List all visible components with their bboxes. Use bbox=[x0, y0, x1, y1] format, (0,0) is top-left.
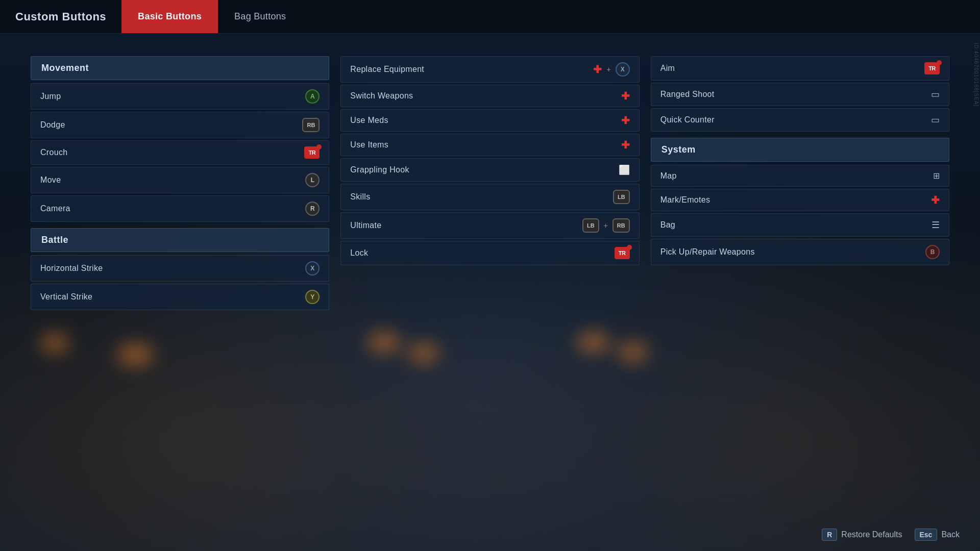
quick-counter-label: Quick Counter bbox=[660, 115, 715, 124]
badge-x: X bbox=[305, 261, 320, 276]
system-column: Aim TR Ranged Shoot ▭ Quick Counter ▭ Sy… bbox=[651, 56, 949, 265]
use-meds-binding: ✚ bbox=[621, 115, 630, 126]
app-title: Custom Buttons bbox=[0, 10, 121, 23]
movement-section-header: Movement bbox=[31, 56, 329, 80]
switch-weapons-label: Switch Weapons bbox=[350, 91, 413, 101]
map-label: Map bbox=[660, 171, 677, 181]
replace-equipment-label: Replace Equipment bbox=[350, 65, 424, 74]
map-icon: ⊞ bbox=[933, 171, 940, 181]
bag-icon: ☰ bbox=[932, 219, 940, 231]
ultimate-row[interactable]: Ultimate LB + RB bbox=[340, 212, 639, 239]
lock-row[interactable]: Lock TR bbox=[340, 241, 639, 265]
aim-label: Aim bbox=[660, 64, 675, 73]
battle-section-header: Battle bbox=[31, 228, 329, 252]
badge-y: Y bbox=[305, 290, 320, 304]
square-icon-qc: ▭ bbox=[931, 114, 940, 126]
use-items-row[interactable]: Use Items ✚ bbox=[340, 134, 639, 156]
switch-weapons-row[interactable]: Switch Weapons ✚ bbox=[340, 85, 639, 107]
use-items-binding: ✚ bbox=[621, 140, 630, 150]
ranged-shoot-row[interactable]: Ranged Shoot ▭ bbox=[651, 83, 949, 106]
pickup-repair-row[interactable]: Pick Up/Repair Weapons B bbox=[651, 239, 949, 265]
jump-row[interactable]: Jump A bbox=[31, 83, 329, 110]
badge-b: B bbox=[925, 245, 940, 259]
back-button[interactable]: Esc Back bbox=[915, 529, 960, 541]
lock-label: Lock bbox=[350, 248, 368, 258]
map-row[interactable]: Map ⊞ bbox=[651, 165, 949, 187]
move-row[interactable]: Move L bbox=[31, 167, 329, 193]
dodge-label: Dodge bbox=[40, 120, 65, 130]
back-key: Esc bbox=[915, 529, 938, 541]
tab-basic-buttons[interactable]: Basic Buttons bbox=[121, 0, 218, 33]
movement-column: Movement Jump A Dodge RB Crouch TR Move … bbox=[31, 56, 329, 310]
tr-icon-aim: TR bbox=[924, 62, 940, 74]
skills-label: Skills bbox=[350, 192, 370, 202]
vertical-strike-binding: Y bbox=[305, 290, 320, 304]
controller-icon: ⬜ bbox=[619, 164, 630, 176]
ultimate-binding: LB + RB bbox=[582, 218, 630, 233]
tr-icon: TR bbox=[304, 146, 320, 159]
switch-weapons-binding: ✚ bbox=[621, 91, 630, 101]
replace-equipment-row[interactable]: Replace Equipment ✚ + X bbox=[340, 56, 639, 83]
grappling-hook-label: Grappling Hook bbox=[350, 165, 409, 174]
aim-row[interactable]: Aim TR bbox=[651, 56, 949, 81]
move-binding: L bbox=[305, 173, 320, 187]
crouch-label: Crouch bbox=[40, 148, 67, 157]
mark-emotes-binding: ✚ bbox=[931, 195, 940, 205]
badge-a: A bbox=[305, 89, 320, 104]
square-icon-rs: ▭ bbox=[931, 89, 940, 100]
grappling-hook-row[interactable]: Grappling Hook ⬜ bbox=[340, 158, 639, 182]
quick-counter-row[interactable]: Quick Counter ▭ bbox=[651, 108, 949, 132]
jump-binding: A bbox=[305, 89, 320, 104]
ranged-shoot-binding: ▭ bbox=[931, 89, 940, 100]
bag-label: Bag bbox=[660, 220, 675, 230]
ranged-shoot-label: Ranged Shoot bbox=[660, 90, 715, 99]
pickup-repair-label: Pick Up/Repair Weapons bbox=[660, 247, 755, 257]
map-binding: ⊞ bbox=[933, 171, 940, 181]
jump-label: Jump bbox=[40, 92, 61, 101]
restore-defaults-button[interactable]: R Restore Defaults bbox=[822, 529, 902, 541]
tr-icon-lock: TR bbox=[615, 247, 630, 259]
back-label: Back bbox=[941, 530, 960, 539]
badge-x-small: X bbox=[616, 62, 630, 77]
restore-key: R bbox=[822, 529, 837, 541]
mark-emotes-label: Mark/Emotes bbox=[660, 195, 710, 205]
dodge-row[interactable]: Dodge RB bbox=[31, 112, 329, 138]
mark-emotes-row[interactable]: Mark/Emotes ✚ bbox=[651, 189, 949, 211]
move-label: Move bbox=[40, 176, 61, 185]
use-meds-row[interactable]: Use Meds ✚ bbox=[340, 109, 639, 132]
header-bar: Custom Buttons Basic Buttons Bag Buttons bbox=[0, 0, 980, 34]
badge-lb: LB bbox=[613, 190, 630, 204]
badge-lb-ult: LB bbox=[582, 218, 599, 233]
horizontal-strike-row[interactable]: Horizontal Strike X bbox=[31, 255, 329, 282]
replace-equipment-binding: ✚ + X bbox=[593, 62, 629, 77]
crouch-row[interactable]: Crouch TR bbox=[31, 140, 329, 165]
cross-icon: ✚ bbox=[593, 64, 602, 74]
camera-row[interactable]: Camera R bbox=[31, 195, 329, 222]
aim-binding: TR bbox=[924, 62, 940, 74]
system-section-header: System bbox=[651, 138, 949, 162]
lock-binding: TR bbox=[615, 247, 630, 259]
skills-row[interactable]: Skills LB bbox=[340, 184, 639, 210]
camera-label: Camera bbox=[40, 204, 70, 213]
grappling-hook-binding: ⬜ bbox=[619, 164, 630, 176]
skills-column: Replace Equipment ✚ + X Switch Weapons ✚… bbox=[340, 56, 639, 265]
vertical-strike-row[interactable]: Vertical Strike Y bbox=[31, 284, 329, 310]
pickup-repair-binding: B bbox=[925, 245, 940, 259]
skills-binding: LB bbox=[613, 190, 630, 204]
ultimate-label: Ultimate bbox=[350, 221, 381, 230]
quick-counter-binding: ▭ bbox=[931, 114, 940, 126]
footer: R Restore Defaults Esc Back bbox=[822, 529, 960, 541]
watermark: ID:404670010168[SEA] bbox=[972, 41, 980, 109]
badge-rb: RB bbox=[302, 118, 320, 132]
bag-row[interactable]: Bag ☰ bbox=[651, 213, 949, 237]
camera-binding: R bbox=[305, 202, 320, 216]
restore-label: Restore Defaults bbox=[841, 530, 902, 539]
main-content: Movement Jump A Dodge RB Crouch TR Move … bbox=[0, 41, 980, 551]
dodge-binding: RB bbox=[302, 118, 320, 132]
tab-bag-buttons[interactable]: Bag Buttons bbox=[218, 0, 302, 33]
use-meds-label: Use Meds bbox=[350, 116, 388, 125]
horizontal-strike-label: Horizontal Strike bbox=[40, 264, 103, 273]
cross-icon: ✚ bbox=[621, 91, 630, 101]
cross-icon: ✚ bbox=[621, 115, 630, 126]
cross-icon-me: ✚ bbox=[931, 195, 940, 205]
